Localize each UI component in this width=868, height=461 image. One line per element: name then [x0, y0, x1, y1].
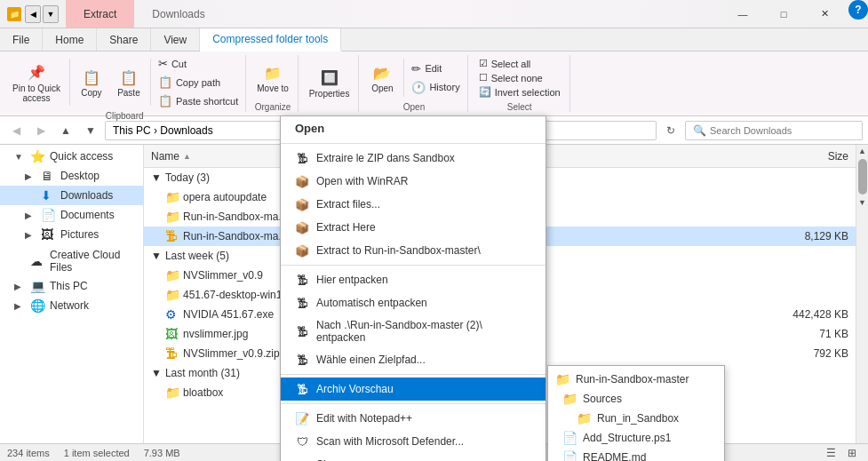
scroll-up-button[interactable]: ▲: [856, 145, 869, 157]
details-view-button[interactable]: ☰: [822, 446, 840, 460]
tab-extract[interactable]: Extract: [66, 0, 134, 28]
ctx-extract-to[interactable]: 📦 Extract to Run-in-Sandbox-master\: [281, 239, 545, 262]
move-icon: 📁: [262, 62, 283, 83]
tree-item-master[interactable]: 📁 Run-in-Sandbox-master: [548, 370, 724, 389]
ctx-waehle[interactable]: 🗜 Wähle einen Zielpfad...: [281, 348, 545, 371]
minimize-button[interactable]: —: [722, 0, 763, 28]
maximize-button[interactable]: □: [763, 0, 804, 28]
invert-icon: 🔄: [479, 86, 491, 98]
sidebar-label-network: Network: [50, 299, 89, 312]
cut-button[interactable]: ✂ Cut: [155, 55, 242, 72]
tree-item-run-sandbox[interactable]: 📁 Run_in_Sandbox: [548, 409, 724, 428]
back-btn[interactable]: ◀: [25, 5, 41, 23]
status-size: 7.93 MB: [144, 448, 180, 458]
ctx-waehle-icon: 🗜: [295, 353, 309, 367]
creative-cloud-icon: ☁: [30, 254, 44, 268]
scroll-down-button[interactable]: ▼: [856, 196, 869, 209]
close-button[interactable]: ✕: [804, 0, 845, 28]
history-button[interactable]: 🕐 History: [408, 79, 463, 96]
sidebar-item-downloads[interactable]: ▶ ⬇ Downloads: [0, 186, 143, 205]
sidebar-label-documents: Documents: [60, 209, 115, 221]
recent-button[interactable]: ▼: [80, 120, 101, 141]
open-button[interactable]: 📂 Open: [364, 59, 400, 97]
select-all-checkbox-icon: ☑: [479, 58, 488, 69]
forward-btn[interactable]: ▼: [43, 5, 59, 23]
pictures-icon: 🖼: [41, 227, 55, 242]
this-pc-icon: 💻: [30, 279, 44, 293]
ctx-extract-files[interactable]: 📦 Extract files...: [281, 193, 545, 216]
tree-item-readme[interactable]: 📄 README.md: [548, 448, 724, 461]
properties-button[interactable]: 🔲 Properties: [304, 64, 355, 102]
ctx-extract-here[interactable]: 📦 Extract Here: [281, 216, 545, 239]
paste-button[interactable]: 📋 Paste: [111, 63, 147, 101]
scrollbar-thumb[interactable]: [858, 159, 867, 195]
tab-share[interactable]: Share: [97, 28, 151, 51]
forward-button[interactable]: ▶: [30, 120, 52, 141]
title-bar-left: 📁 ◀ ▼: [0, 5, 66, 23]
ctx-winrar-icon: 📦: [295, 174, 309, 188]
tree-item-sources[interactable]: 📁 Sources: [548, 389, 724, 409]
edit-button[interactable]: ✏ Edit: [408, 60, 463, 77]
sidebar-item-this-pc[interactable]: ▶ 💻 This PC: [0, 276, 143, 296]
sidebar-label-desktop: Desktop: [60, 170, 100, 182]
search-input[interactable]: [710, 125, 855, 136]
ribbon-group-open: 📂 Open ✏ Edit 🕐 History Open: [361, 55, 467, 112]
invert-selection-button[interactable]: 🔄 Invert selection: [474, 85, 566, 99]
ribbon-group-select: ☑ Select all ☐ Select none 🔄 Invert sele…: [470, 55, 570, 112]
ctx-share[interactable]: ↗ Share: [281, 453, 545, 461]
back-button[interactable]: ◀: [5, 120, 27, 141]
ctx-archiv[interactable]: 🗜 Archiv Vorschau: [281, 378, 545, 401]
sidebar-label-this-pc: This PC: [50, 280, 88, 292]
sidebar-item-creative-cloud[interactable]: ▶ ☁ Creative Cloud Files: [0, 246, 143, 276]
sidebar-item-quick-access[interactable]: ▼ ⭐ Quick access: [0, 147, 143, 166]
network-icon: 🌐: [30, 298, 44, 313]
scrollbar[interactable]: ▲ ▼: [856, 145, 868, 443]
group-lastmonth-label: Last month (31): [165, 367, 240, 379]
ctx-hier[interactable]: 🗜 Hier entpacken: [281, 268, 545, 291]
tab-file[interactable]: File: [0, 28, 43, 51]
ctx-edit-notepad[interactable]: 📝 Edit with Notepad++: [281, 407, 545, 430]
refresh-button[interactable]: ↻: [660, 120, 681, 141]
history-icon: 🕐: [411, 81, 426, 94]
ctx-extraire-zip[interactable]: 🗜 Extraire le ZIP dans Sandbox: [281, 147, 545, 170]
tab-compressed[interactable]: Compressed folder tools: [200, 28, 341, 52]
col-size[interactable]: Size: [767, 150, 856, 163]
ctx-scan-defender[interactable]: 🛡 Scan with Microsoft Defender...: [281, 430, 545, 453]
tab-view[interactable]: View: [151, 28, 200, 51]
paste-shortcut-button[interactable]: 📋 Paste shortcut: [155, 92, 242, 109]
tree-item-add-structure[interactable]: 📄 Add_Structure.ps1: [548, 428, 724, 448]
copy-button[interactable]: 📋 Copy: [74, 63, 109, 101]
help-button[interactable]: ?: [848, 0, 868, 20]
tab-home[interactable]: Home: [43, 28, 97, 51]
large-icon-view-button[interactable]: ⊞: [843, 446, 861, 460]
ctx-nach[interactable]: 🗜 Nach .\Run-in-Sandbox-master (2)\ entp…: [281, 314, 545, 348]
open-icon: 📂: [371, 62, 393, 83]
ctx-hier-label: Hier entpacken: [316, 274, 388, 286]
file-icon: 📁: [165, 268, 183, 282]
select-all-button[interactable]: ☑ Select all: [474, 57, 566, 70]
sidebar-label-downloads: Downloads: [60, 189, 113, 202]
sidebar-item-documents[interactable]: ▶ 📄 Documents: [0, 205, 143, 225]
tree-item-label: Sources: [583, 393, 622, 405]
ctx-defender-icon: 🛡: [295, 434, 309, 449]
search-box[interactable]: 🔍: [685, 121, 863, 140]
open-label: Open: [371, 83, 393, 93]
select-none-button[interactable]: ☐ Select none: [474, 71, 566, 84]
group-today-label: Today (3): [165, 171, 210, 184]
sep1: [69, 59, 70, 106]
ctx-auto[interactable]: 🗜 Automatisch entpacken: [281, 291, 545, 314]
sidebar-item-desktop[interactable]: ▶ 🖥 Desktop: [0, 166, 143, 186]
file-icon: 🖼: [165, 327, 183, 341]
ctx-archiv-label: Archiv Vorschau: [316, 383, 394, 395]
sidebar-item-pictures[interactable]: ▶ 🖼 Pictures: [0, 225, 143, 244]
pin-to-quick-access-button[interactable]: 📌 Pin to Quickaccess: [7, 59, 66, 107]
tree-item-label: README.md: [583, 451, 646, 461]
ctx-open[interactable]: Open: [281, 116, 545, 140]
ctx-open-winrar[interactable]: 📦 Open with WinRAR: [281, 170, 545, 193]
move-to-button[interactable]: 📁 Move to: [251, 59, 294, 97]
copy-path-button[interactable]: 📋 Copy path: [155, 74, 242, 91]
tab-downloads[interactable]: Downloads: [134, 0, 222, 28]
ctx-extract-to-label: Extract to Run-in-Sandbox-master\: [316, 244, 481, 257]
sidebar-item-network[interactable]: ▶ 🌐 Network: [0, 296, 143, 315]
up-button[interactable]: ▲: [55, 120, 76, 141]
